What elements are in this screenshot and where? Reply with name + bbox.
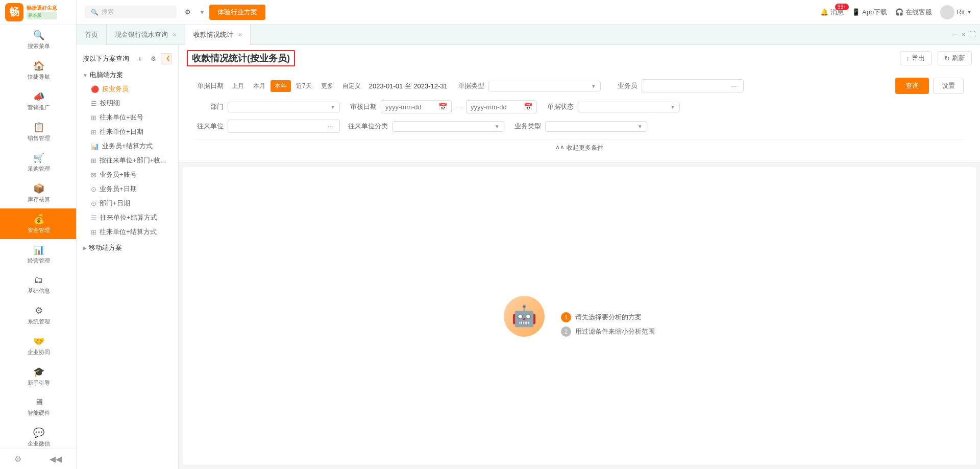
export-button[interactable]: ↑ 导出 [900,51,932,65]
tab-bank-flow[interactable]: 现金银行流水查询 × [107,25,185,45]
dept-chevron-icon: ▼ [330,104,335,110]
tab-bank-flow-label: 现金银行流水查询 [115,30,168,39]
review-date-from-input[interactable]: 📅 [381,100,452,113]
sidebar-item-capital[interactable]: 💰 资金管理 [0,208,76,239]
sidebar-item-basic[interactable]: 🗂 基础信息 [0,270,76,300]
logo-icon: 畅 [5,3,23,21]
guide-icon: 🎓 [33,366,44,378]
scheme-group-mobile-header[interactable]: ▶ 移动端方案 [77,241,178,254]
review-date-filter-group: 审核日期 📅 — 📅 [348,100,537,113]
query-button[interactable]: 查询 [895,78,929,94]
app-download-area[interactable]: 📱 App下载 [852,8,887,17]
scheme-item-partner-settlement1[interactable]: ☰ 往来单位+结算方式 [77,210,178,225]
dept-select[interactable]: ▼ [228,102,340,112]
filter-settings-button[interactable]: 设置 [933,78,964,94]
scheme-group-pc-header[interactable]: ▼ 电脑端方案 [77,68,178,82]
business-type-filter-group: 业务类型 ▼ [512,121,647,132]
sidebar-item-cooperation[interactable]: 🤝 企业协同 [0,331,76,361]
window-close-icon[interactable]: × [961,31,965,38]
online-service-area[interactable]: 🎧 在线客服 [895,8,932,17]
scheme-item-dept-date-label: 部门+日期 [100,199,130,208]
partner-dots[interactable]: ··· [325,122,335,130]
sidebar-item-marketing[interactable]: 📣 营销推广 [0,86,76,116]
review-date-to-input[interactable]: 📅 [466,100,537,113]
review-date-to-field[interactable] [471,103,522,111]
scheme-item-partner-account-label: 往来单位+账号 [100,113,143,122]
sidebar-item-hardware[interactable]: 🖥 智能硬件 [0,392,76,422]
header-search-area[interactable]: 🔍 搜索 [85,6,177,18]
date-tab-this-year[interactable]: 本年 [271,80,291,92]
gear-icon: ⚙ [185,8,191,16]
sidebar-item-system[interactable]: ⚙ 系统管理 [0,300,76,331]
marketing-icon: 📣 [33,91,44,102]
scheme-item-salesperson-account[interactable]: ⊠ 业务员+账号 [77,168,178,182]
date-tab-7days[interactable]: 近7天 [292,80,316,92]
user-area[interactable]: Rit ▼ [940,5,972,19]
scheme-item-partner-account[interactable]: ⊞ 往来单位+账号 [77,110,178,125]
scheme-item-salesperson-settlement[interactable]: 📊 业务员+结算方式 [77,139,178,153]
tab-collection-stats[interactable]: 收款情况统计 × [185,25,251,45]
partner-category-select[interactable]: ▼ [392,121,504,132]
tab-home[interactable]: 首页 [77,25,107,45]
scheme-item-salesperson-date[interactable]: ⊙ 业务员+日期 [77,182,178,196]
tab-bank-flow-close[interactable]: × [173,31,177,38]
salesperson-settlement-icon: 📊 [91,143,99,150]
salesperson-date-icon: ⊙ [91,185,96,193]
trial-button[interactable]: 体验行业方案 [209,5,265,20]
calendar-to-icon[interactable]: 📅 [524,103,532,111]
date-tab-more[interactable]: 更多 [317,80,337,92]
date-from-value: 2023-01-01 [369,82,403,90]
review-date-from-field[interactable] [385,103,436,111]
sidebar-item-inventory[interactable]: 📦 库存核算 [0,178,76,208]
user-name: Rit [957,8,965,16]
scheme-item-partner-dept-label: 按往来单位+部门+收... [100,156,166,165]
scheme-item-partner-date[interactable]: ⊞ 往来单位+日期 [77,125,178,139]
collapse-label: 收起更多条件 [567,144,603,152]
empty-step-2: 2 用过滤条件来缩小分析范围 [561,326,655,337]
doc-status-select[interactable]: ▼ [578,102,680,112]
date-tab-this-month[interactable]: 本月 [249,80,270,92]
empty-robot-illustration: 🤖 [504,296,545,337]
tab-collection-stats-close[interactable]: × [238,31,242,38]
business-type-select[interactable]: ▼ [545,121,647,132]
sidebar-item-wechat[interactable]: 💬 企业微信 [0,422,76,449]
collapse-panel-button[interactable]: 《 [161,53,172,64]
capital-icon: 💰 [33,214,44,225]
sidebar-item-operations[interactable]: 📊 经营管理 [0,239,76,270]
doc-type-chevron-icon: ▼ [591,83,596,89]
window-maximize-icon[interactable]: ⛶ [969,31,976,38]
salesperson-label: 业务员 [609,81,638,90]
add-scheme-button[interactable]: + [134,53,145,64]
partner-dept-icon: ⊞ [91,157,96,165]
scheme-settings-button[interactable]: ⚙ [148,53,159,64]
refresh-button[interactable]: ↻ 刷新 [938,51,972,65]
footer-settings-icon[interactable]: ⚙ [14,454,21,464]
sidebar-item-guide[interactable]: 🎓 新手引导 [0,361,76,392]
scheme-item-partner-settlement2[interactable]: ⊞ 往来单位+结算方式 [77,225,178,239]
notification-area[interactable]: 🔔 消息 99+ [820,8,844,17]
sidebar-item-sales[interactable]: 📋 销售管理 [0,116,76,147]
sidebar-item-quicknav[interactable]: 🏠 快捷导航 [0,55,76,86]
review-date-label: 审核日期 [348,102,377,111]
date-tab-custom[interactable]: 自定义 [338,80,365,92]
scheme-item-by-detail[interactable]: ☰ 按明细 [77,96,178,110]
collapse-more-conditions[interactable]: ∧∧ 收起更多条件 [195,139,964,156]
sidebar-item-purchase[interactable]: 🛒 采购管理 [0,147,76,178]
calendar-from-icon[interactable]: 📅 [438,103,447,111]
doc-type-select[interactable]: ▼ [488,81,601,91]
footer-collapse-icon[interactable]: ◀◀ [50,454,62,464]
header-chevron-icon[interactable]: ▼ [199,9,205,16]
header-gear-button[interactable]: ⚙ [181,5,195,19]
sidebar-item-search[interactable]: 🔍 搜索菜单 [0,25,76,55]
salesperson-dots[interactable]: ··· [729,82,739,90]
window-minimize-icon[interactable]: ─ [952,31,957,38]
partner-select[interactable]: ··· [228,120,340,133]
scheme-item-dept-date[interactable]: ⊙ 部门+日期 [77,196,178,210]
salesperson-select[interactable]: ··· [642,79,744,92]
sidebar-footer: ⚙ ◀◀ [0,449,76,469]
date-tab-last-month[interactable]: 上月 [228,80,248,92]
scheme-item-by-salesperson[interactable]: 🔴 按业务员 [77,82,178,96]
partner-account-icon: ⊞ [91,114,96,122]
scheme-item-partner-dept[interactable]: ⊞ 按往来单位+部门+收... [77,153,178,168]
home-icon: 🏠 [33,60,44,72]
